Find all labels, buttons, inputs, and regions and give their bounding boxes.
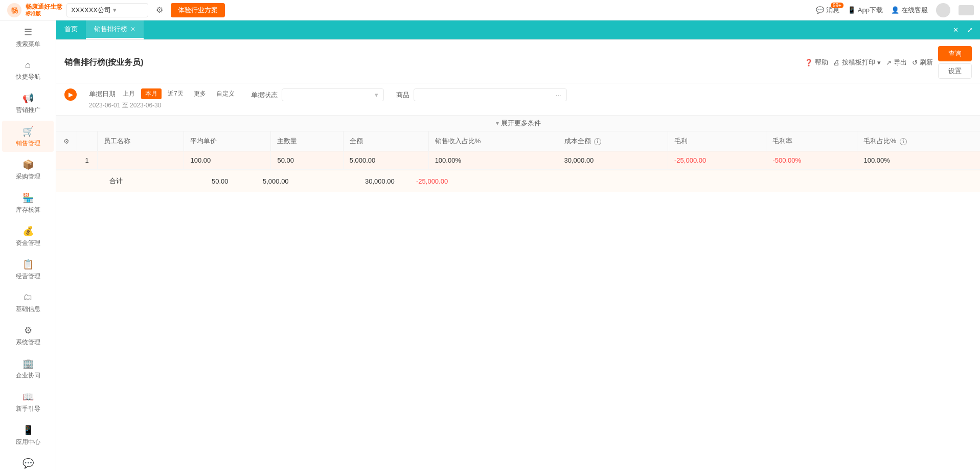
print-label: 按模板打印 (842, 58, 875, 67)
top-bar: 畅 畅康通好生意 标准版 XXXXXX公司 ▾ ⚙ 体验行业方案 💬 消息 99… (0, 0, 980, 20)
online-service-label: 在线客服 (901, 6, 928, 15)
sidebar-item-inventory[interactable]: 🏪 库存核算 (2, 187, 54, 218)
app-logo: 畅 畅康通好生意 标准版 (6, 2, 62, 18)
page-title: 销售排行榜(按业务员) (64, 57, 144, 68)
sidebar-item-shortcut[interactable]: ⌂ 快捷导航 (2, 55, 54, 85)
message-badge: 99+ (831, 3, 844, 8)
table-header-row: ⚙ 员工名称 平均单价 主数量 全额 销售收入占比% 成本全额 ℹ (56, 131, 980, 151)
sidebar-item-guide[interactable]: 📖 新手引导 (2, 386, 54, 417)
main-layout: ☰ 搜索菜单 ⌂ 快捷导航 📢 营销推广 🛒 销售管理 📦 采购管理 🏪 库存核… (0, 20, 980, 471)
help-button[interactable]: ❓ 帮助 (805, 58, 828, 67)
row-amount: 5,000.00 (343, 151, 428, 170)
gross-pct-info-icon[interactable]: ℹ (900, 138, 907, 145)
trial-button[interactable]: 体验行业方案 (171, 3, 225, 17)
filter-arrow-button[interactable]: ▶ (64, 88, 77, 101)
status-chevron-icon: ▾ (375, 91, 378, 99)
tab-minimize-button[interactable]: ✕ (949, 24, 962, 36)
sidebar-item-wechat[interactable]: 💬 企业微信 (2, 453, 54, 471)
sidebar-item-purchase[interactable]: 📦 采购管理 (2, 154, 54, 185)
settings-small-button[interactable]: 设置 (938, 63, 972, 79)
refresh-button[interactable]: ↺ 刷新 (912, 58, 933, 67)
col-gross-header: 毛利 (668, 131, 766, 151)
row-name (97, 151, 184, 170)
sidebar-item-enterprise[interactable]: 🏢 企业协同 (2, 353, 54, 384)
sidebar-item-sales[interactable]: 🛒 销售管理 (2, 121, 54, 152)
col-settings-header[interactable]: ⚙ (56, 131, 77, 151)
company-selector[interactable]: XXXXXX公司 ▾ (66, 3, 148, 17)
sidebar-label-enterprise: 企业协同 (16, 371, 40, 380)
tab-actions: ✕ ⤢ (949, 20, 980, 39)
export-label: 导出 (894, 58, 907, 67)
cost-info-icon[interactable]: ℹ (594, 138, 601, 145)
status-filter-select[interactable]: ▾ (282, 88, 384, 101)
col-qty-header: 主数量 (271, 131, 343, 151)
expand-bar: ▾ 展开更多条件 (56, 116, 980, 131)
date-range-display: 2023-06-01 至 2023-06-30 (89, 101, 239, 110)
query-button[interactable]: 查询 (938, 46, 972, 61)
col-name-header: 员工名称 (97, 131, 184, 151)
row-avg-price: 100.00 (184, 151, 271, 170)
goods-filter-input[interactable]: ··· (414, 88, 567, 101)
inventory-icon: 🏪 (22, 192, 34, 204)
app-download-button[interactable]: 📱 App下载 (848, 6, 883, 15)
sidebar-item-operations[interactable]: 📋 经营管理 (2, 254, 54, 285)
topbar-settings-icon[interactable]: ⚙ (152, 3, 167, 17)
page-header: 销售排行榜(按业务员) ❓ 帮助 🖨 按模板打印 ▾ ↗ (56, 40, 980, 83)
print-button[interactable]: 🖨 按模板打印 ▾ (833, 58, 881, 67)
tab-close-icon[interactable]: ✕ (130, 26, 135, 33)
sidebar-item-finance[interactable]: 💰 资金管理 (2, 220, 54, 252)
date-tab-custom[interactable]: 自定义 (212, 88, 239, 99)
date-filter-group: 单据日期 上月 本月 近7天 更多 自定义 2023-06-01 至 2023-… (89, 88, 239, 110)
user-avatar[interactable] (936, 3, 950, 17)
tab-expand-button[interactable]: ⤢ (964, 24, 976, 36)
goods-filter-group: 商品 ··· (396, 88, 567, 101)
sidebar-item-appstore[interactable]: 📱 应用中心 (2, 419, 54, 451)
expand-label: 展开更多条件 (501, 119, 541, 128)
appstore-icon: 📱 (22, 424, 34, 436)
sidebar-item-marketing[interactable]: 📢 营销推广 (2, 87, 54, 119)
sidebar-label-guide: 新手引导 (16, 405, 40, 413)
footer-qty: 50.00 (206, 175, 257, 187)
row-gross-pct: 100.00% (857, 151, 980, 170)
tab-sales-ranking[interactable]: 销售排行榜 ✕ (86, 20, 144, 39)
top-right-actions: 💬 消息 99+ 📱 App下载 👤 在线客服 (816, 3, 974, 17)
footer-gross: -25,000.00 (410, 175, 461, 187)
row-qty: 50.00 (271, 151, 343, 170)
date-tab-last-month[interactable]: 上月 (119, 88, 139, 99)
col-gross-pct-header: 毛利占比% ℹ (857, 131, 980, 151)
sidebar-item-search[interactable]: ☰ 搜索菜单 (2, 21, 54, 53)
print-icon: 🖨 (833, 59, 840, 66)
guide-icon: 📖 (22, 391, 34, 402)
sales-ranking-table: ⚙ 员工名称 平均单价 主数量 全额 销售收入占比% 成本全额 ℹ (56, 131, 980, 170)
col-gross-rate-header: 毛利率 (766, 131, 857, 151)
tab-home[interactable]: 首页 (56, 20, 86, 39)
date-tab-this-month[interactable]: 本月 (141, 88, 162, 99)
col-sales-pct-header: 销售收入占比% (428, 131, 558, 151)
col-amount-header: 全额 (343, 131, 428, 151)
marketing-icon: 📢 (22, 93, 34, 104)
refresh-label: 刷新 (920, 58, 933, 67)
row-sales-pct: 100.00% (428, 151, 558, 170)
col-avg-price-header: 平均单价 (184, 131, 271, 151)
page-content: 销售排行榜(按业务员) ❓ 帮助 🖨 按模板打印 ▾ ↗ (56, 40, 980, 471)
purchase-icon: 📦 (22, 159, 34, 170)
search-menu-icon: ☰ (24, 27, 32, 38)
sidebar-item-basic[interactable]: 🗂 基础信息 (2, 287, 54, 318)
user-name-placeholder[interactable] (959, 5, 974, 15)
download-icon: 📱 (848, 6, 856, 14)
expand-conditions-button[interactable]: ▾ 展开更多条件 (496, 119, 541, 128)
online-service-button[interactable]: 👤 在线客服 (891, 6, 928, 15)
service-icon: 👤 (891, 6, 899, 14)
page-inner: 销售排行榜(按业务员) ❓ 帮助 🖨 按模板打印 ▾ ↗ (56, 40, 980, 471)
content-area: 首页 销售排行榜 ✕ ✕ ⤢ 销售排行榜(按业务员) ❓ (56, 20, 980, 471)
message-button[interactable]: 💬 消息 99+ (816, 6, 839, 15)
sidebar-item-system[interactable]: ⚙ 系统管理 (2, 320, 54, 351)
footer-spacer-settings (62, 179, 83, 183)
basic-icon: 🗂 (24, 292, 33, 303)
date-tab-7days[interactable]: 近7天 (164, 88, 188, 99)
shortcut-icon: ⌂ (25, 60, 31, 71)
export-button[interactable]: ↗ 导出 (886, 58, 907, 67)
date-tab-more[interactable]: 更多 (190, 88, 210, 99)
tab-bar: 首页 销售排行榜 ✕ ✕ ⤢ (56, 20, 980, 40)
table-row[interactable]: 1 100.00 50.00 5,000.00 100.00% 30,000.0… (56, 151, 980, 170)
